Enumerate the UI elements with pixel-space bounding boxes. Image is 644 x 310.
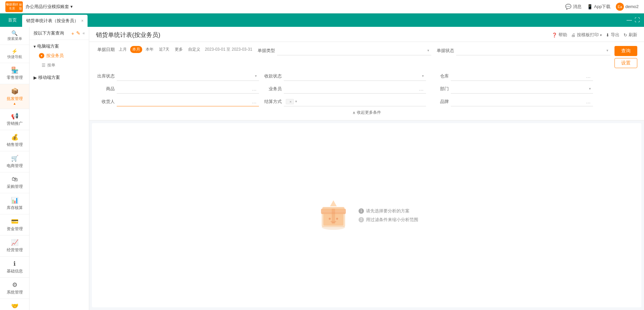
collapse-icon: ∧ xyxy=(353,110,356,115)
warehouse-control[interactable]: … xyxy=(451,71,593,81)
retail-icon: 🏪 xyxy=(11,66,18,74)
help-label: 帮助 xyxy=(558,32,567,38)
sidebar-item-collab[interactable]: 🤝 企业协同 xyxy=(0,299,29,310)
tab-sales-stats[interactable]: 销货单统计表（按业务员） × xyxy=(22,15,88,27)
sidebar-item-marketing[interactable]: 📢 营销推广 xyxy=(0,109,29,130)
scheme-header-actions: + ✎ « xyxy=(71,30,85,36)
date-custom-btn[interactable]: 自定义 xyxy=(186,46,202,53)
salesman-scheme-label: 按业务员 xyxy=(46,53,64,59)
scheme-group-desktop-title[interactable]: ▾ 电脑端方案 xyxy=(30,42,89,51)
bill-status-control[interactable]: ▾ xyxy=(456,46,610,55)
tab-close-btn[interactable]: × xyxy=(81,18,84,23)
goods-dots[interactable]: … xyxy=(252,86,257,92)
sidebar-item-operation[interactable]: 📈 经营管理 xyxy=(0,236,29,257)
goods-control[interactable]: … xyxy=(117,84,259,94)
scheme-add-btn[interactable]: + xyxy=(71,31,74,36)
sidebar-item-ecommerce[interactable]: 🛒 电商管理 xyxy=(0,151,29,172)
sidebar-item-system[interactable]: ⚙ 系统管理 xyxy=(0,278,29,299)
query-btn[interactable]: 查询 xyxy=(614,46,637,56)
sidebar-item-retail[interactable]: 🏪 零售管理 xyxy=(0,63,29,84)
settle-control[interactable]: × ▾ xyxy=(284,97,426,106)
wholesale-label: 批发管理 xyxy=(7,96,23,102)
system-icon: ⚙ xyxy=(12,281,17,289)
bill-scheme-icon: ☰ xyxy=(42,63,46,68)
group-arrow-icon: ▾ xyxy=(34,44,36,49)
scheme-panel-header: 按以下方案查询 + ✎ « xyxy=(30,27,89,40)
ecommerce-icon: 🛒 xyxy=(11,155,18,162)
receiver-dots[interactable]: … xyxy=(252,99,257,104)
settings-btn[interactable]: 设置 xyxy=(614,58,637,68)
svg-point-8 xyxy=(336,218,338,220)
sidebar-item-purchase[interactable]: 🛍 采购管理 xyxy=(0,172,29,193)
tab-resize-icon[interactable]: ⛶ xyxy=(635,17,640,23)
date-this-year-btn[interactable]: 本年 xyxy=(144,46,156,53)
tab-home[interactable]: 首页 xyxy=(3,13,22,27)
query-settings-col: 查询 设置 xyxy=(614,46,637,68)
salesman-control[interactable]: … xyxy=(284,84,426,94)
warehouse-dots[interactable]: … xyxy=(586,73,591,79)
scheme-group-mobile-title[interactable]: ▶ 移动端方案 xyxy=(34,73,85,82)
message-btn[interactable]: 💬 消息 xyxy=(565,4,582,10)
empty-dot-2: 2 xyxy=(359,217,364,222)
operation-icon: 📈 xyxy=(11,239,18,246)
print-dropdown-icon: ▾ xyxy=(600,33,602,37)
brand-control[interactable]: … xyxy=(451,97,593,106)
empty-text: 1 请先选择要分析的方案 2 用过滤条件来缩小分析范围 xyxy=(359,207,418,224)
basic-info-label: 基础信息 xyxy=(7,268,23,274)
data-area: 1 请先选择要分析的方案 2 用过滤条件来缩小分析范围 xyxy=(92,123,641,307)
refresh-btn[interactable]: ↻ 刷新 xyxy=(624,32,637,38)
main-content: 销货单统计表(按业务员) ❓ 帮助 🖨 按模板打印 ▾ ⬇ 导出 xyxy=(89,27,644,310)
salesman-dots[interactable]: … xyxy=(419,86,424,92)
app-download-btn[interactable]: 📱 App下载 xyxy=(587,4,610,10)
help-btn[interactable]: ❓ 帮助 xyxy=(552,32,567,38)
app-icon: 📱 xyxy=(587,4,593,9)
sales-icon: 💰 xyxy=(11,134,18,141)
sidebar-item-finance[interactable]: 💳 资金管理 xyxy=(0,214,29,236)
scheme-collapse-btn[interactable]: « xyxy=(83,31,85,36)
bill-status-dropdown-icon: ▾ xyxy=(606,48,608,53)
sidebar-item-wholesale[interactable]: 📦 批发管理 ▲ xyxy=(0,84,29,109)
print-btn[interactable]: 🖨 按模板打印 ▾ xyxy=(571,32,602,38)
date-filter-label: 单据日期 xyxy=(96,47,115,53)
sidebar-item-basic-info[interactable]: ℹ 基础信息 xyxy=(0,257,29,278)
scheme-edit-btn[interactable]: ✎ xyxy=(76,30,80,36)
filter-area: 单据日期 上月 本月 本年 近7天 更多 自定义 2023-03-01 至 20… xyxy=(89,42,644,120)
collapse-row: ∧ 收起更多条件 xyxy=(96,108,637,116)
tab-minimize-icon[interactable]: — xyxy=(627,17,632,23)
industry-selector[interactable]: 办公用品行业模拟账套 ▾ xyxy=(25,4,73,10)
date-last-month-btn[interactable]: 上月 xyxy=(117,46,129,53)
bill-type-control[interactable]: ▾ xyxy=(277,46,431,55)
collect-status-control[interactable]: ▾ xyxy=(284,71,426,81)
sidebar-quick-nav[interactable]: ⚡ 快捷导航 xyxy=(0,45,29,63)
svg-marker-5 xyxy=(330,200,337,206)
empty-hint-2: 2 用过滤条件来缩小分析范围 xyxy=(359,215,418,224)
dept-label: 部门 xyxy=(430,86,449,92)
username-label: demo2 xyxy=(625,4,639,9)
warehouse-label: 仓库 xyxy=(430,73,449,79)
collapse-btn[interactable]: ∧ 收起更多条件 xyxy=(353,110,381,115)
out-status-dropdown-icon: ▾ xyxy=(255,74,257,78)
date-7days-btn[interactable]: 近7天 xyxy=(157,46,171,53)
page-header: 销货单统计表(按业务员) ❓ 帮助 🖨 按模板打印 ▾ ⬇ 导出 xyxy=(89,27,644,42)
sidebar-search[interactable]: 🔍 搜索菜单 xyxy=(0,27,29,45)
sidebar-item-inventory[interactable]: 📊 库存核算 xyxy=(0,193,29,214)
scheme-subitem-by-bill[interactable]: ☰ 按单 xyxy=(30,61,89,70)
settle-tag-close[interactable]: × xyxy=(289,100,291,104)
empty-hint-1-text: 请先选择要分析的方案 xyxy=(366,207,410,215)
sidebar-item-sales[interactable]: 💰 销售管理 xyxy=(0,130,29,151)
out-status-control[interactable]: ▾ xyxy=(117,71,259,81)
date-more-btn[interactable]: 更多 xyxy=(173,46,185,53)
tabbar-icons: — ⛶ xyxy=(627,17,644,23)
app-label: App下载 xyxy=(594,4,610,10)
receiver-control[interactable]: … xyxy=(117,97,259,106)
topbar: 畅捷通好生意 标版 办公用品行业模拟账套 ▾ 💬 消息 📱 App下载 Ea d… xyxy=(0,0,644,13)
dept-control[interactable]: ▾ xyxy=(451,84,593,94)
date-this-month-btn[interactable]: 本月 xyxy=(130,46,142,53)
brand-dots[interactable]: … xyxy=(586,99,591,104)
industry-label: 办公用品行业模拟账套 xyxy=(25,4,69,10)
empty-illustration xyxy=(315,197,352,234)
export-btn[interactable]: ⬇ 导出 xyxy=(606,32,620,38)
user-btn[interactable]: Ea demo2 xyxy=(616,3,639,11)
scheme-item-by-salesman[interactable]: ● 按业务员 xyxy=(30,51,89,61)
out-status-label: 出库状态 xyxy=(96,73,115,79)
